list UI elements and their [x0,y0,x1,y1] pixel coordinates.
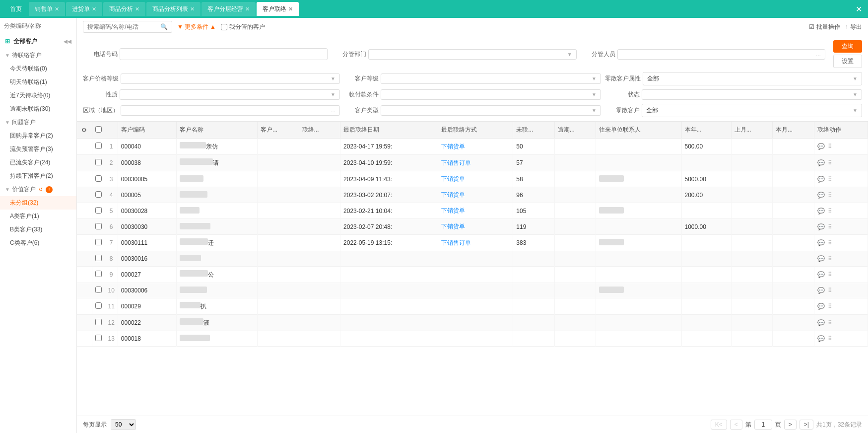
filter-status-select[interactable]: ▼ [642,89,862,100]
window-close-button[interactable]: ✕ [854,2,864,16]
reset-button[interactable]: 设置 [833,55,862,68]
more-conditions-btn[interactable]: ▼ 更多条件 ▲ [177,23,216,31]
my-customers-checkbox[interactable] [221,24,227,30]
th-company-contact[interactable]: 往来单位联系人 [596,122,681,139]
th-contact[interactable]: 联络... [299,122,340,139]
message-icon[interactable]: 💬 [817,287,825,294]
close-customer-segment-icon[interactable]: ✕ [245,6,250,12]
td-checkbox[interactable] [92,331,105,347]
message-icon[interactable]: 💬 [817,239,825,246]
message-icon[interactable]: 💬 [817,176,825,183]
sidebar-item-declining[interactable]: 持续下滑客户(2) [0,169,76,183]
filter-manager-select[interactable]: … [617,49,825,60]
sidebar-item-churn-warning[interactable]: 流失预警客户(3) [0,143,76,156]
first-page-button[interactable]: K< [711,420,727,430]
prev-page-button[interactable]: < [730,420,742,430]
more-actions-icon[interactable]: ⠿ [828,271,832,278]
last-page-button[interactable]: >| [800,420,813,430]
tab-product-list[interactable]: 商品分析列表 ✕ [146,2,200,16]
select-all-checkbox[interactable] [95,126,102,133]
th-customer-type[interactable]: 客户... [258,122,299,139]
contact-method-link[interactable]: 下销货单 [441,143,465,150]
th-customer-name[interactable]: 客户名称 [176,122,257,139]
page-number-input[interactable] [754,420,772,430]
td-checkbox[interactable] [92,203,105,219]
sidebar-item-7days-pending[interactable]: 近7天待联络(0) [0,89,76,102]
tab-customer-segment[interactable]: 客户分层经营 ✕ [201,2,256,16]
td-checkbox[interactable] [92,235,105,251]
tab-product-analysis[interactable]: 商品分析 ✕ [103,2,145,16]
more-actions-icon[interactable]: ⠿ [828,335,832,342]
th-overdue[interactable]: 逾期... [554,122,596,139]
td-checkbox[interactable] [92,251,105,267]
sidebar-group-problem[interactable]: ▼ 问题客户 [0,116,76,129]
td-checkbox[interactable] [92,187,105,203]
filter-customer-type-select[interactable]: ▼ [381,105,601,116]
tab-home[interactable]: 首页 [4,2,28,16]
th-gear[interactable]: ⚙ [77,122,92,139]
filter-payment-select[interactable]: ▼ [381,89,601,100]
message-icon[interactable]: 💬 [817,255,825,262]
main-search-icon[interactable]: 🔍 [160,23,168,30]
td-checkbox[interactable] [92,298,105,315]
query-button[interactable]: 查询 [833,40,862,53]
th-customer-code[interactable]: 客户编码 [118,122,176,139]
th-checkbox[interactable] [92,122,105,139]
filter-nature-select[interactable]: ▼ [120,89,340,100]
filter-retail-attr-select[interactable]: 全部 ▼ [643,72,862,85]
contact-method-link[interactable]: 下销售订单 [441,159,471,166]
th-this-year[interactable]: 本年... [681,122,731,139]
more-actions-icon[interactable]: ⠿ [828,208,832,215]
contact-method-link[interactable]: 下销售订单 [441,239,471,246]
sidebar-item-class-c[interactable]: C类客户(6) [0,236,76,250]
th-last-contact-method[interactable]: 最后联络方式 [438,122,513,139]
sidebar-group-pending[interactable]: ▼ 待联络客户 [0,49,76,62]
contact-method-link[interactable]: 下销货单 [441,207,465,214]
more-actions-icon[interactable]: ⠿ [828,223,832,230]
close-sales-icon[interactable]: ✕ [55,6,59,12]
sidebar-item-unsegmented[interactable]: 未分组(32) [0,196,76,210]
main-search-input[interactable] [87,23,158,30]
more-actions-icon[interactable]: ⠿ [828,319,832,326]
contact-method-link[interactable]: 下销货单 [441,175,465,182]
more-actions-icon[interactable]: ⠿ [828,287,832,294]
filter-dept-select[interactable]: ▼ [368,49,576,60]
sidebar-item-class-b[interactable]: B类客户(33) [0,223,76,236]
filter-price-level-select[interactable]: ▼ [121,73,340,84]
contact-method-link[interactable]: 下销货单 [441,191,465,198]
message-icon[interactable]: 💬 [817,159,825,166]
more-actions-icon[interactable]: ⠿ [828,255,832,262]
td-checkbox[interactable] [92,155,105,171]
message-icon[interactable]: 💬 [817,143,825,150]
more-actions-icon[interactable]: ⠿ [828,192,832,199]
tab-purchase[interactable]: 进货单 ✕ [66,2,102,16]
tab-customer-contact[interactable]: 客户联络 ✕ [257,2,299,16]
td-checkbox[interactable] [92,171,105,187]
message-icon[interactable]: 💬 [817,223,825,230]
refresh-icon[interactable]: ↺ [39,187,43,192]
th-this-month[interactable]: 本月... [773,122,814,139]
th-last-contact-date[interactable]: 最后联络日期 [340,122,438,139]
th-days-no-contact[interactable]: 未联... [513,122,554,139]
td-checkbox[interactable] [92,139,105,155]
td-checkbox[interactable] [92,315,105,331]
sidebar-item-overdue-no-contact[interactable]: 逾期未联络(30) [0,102,76,116]
all-customers-item[interactable]: ⊞ 全部客户 ◀◀ [0,34,76,49]
filter-retail-select[interactable]: 全部 ▼ [642,104,862,117]
more-actions-icon[interactable]: ⠿ [828,303,832,310]
filter-region-select[interactable]: … [121,105,340,116]
message-icon[interactable]: 💬 [817,271,825,278]
message-icon[interactable]: 💬 [817,192,825,199]
export-button[interactable]: ↑ 导出 [845,23,862,31]
sidebar-item-churned[interactable]: 已流失客户(24) [0,156,76,169]
td-checkbox[interactable] [92,267,105,283]
sidebar-item-tomorrow-pending[interactable]: 明天待联络(1) [0,75,76,89]
more-actions-icon[interactable]: ⠿ [828,176,832,183]
batch-ops-button[interactable]: ☑ 批量操作 [809,23,840,31]
message-icon[interactable]: 💬 [817,208,825,215]
close-product-list-icon[interactable]: ✕ [190,6,195,12]
th-action[interactable]: 联络动作 [814,122,868,139]
close-customer-contact-icon[interactable]: ✕ [288,6,293,12]
more-actions-icon[interactable]: ⠿ [828,239,832,246]
more-actions-icon[interactable]: ⠿ [828,159,832,166]
